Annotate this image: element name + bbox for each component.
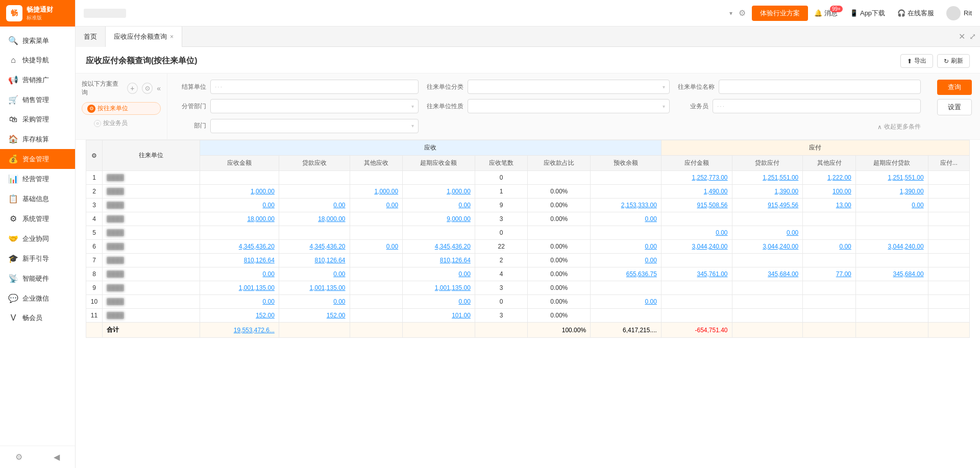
table-cell[interactable]: 1,251,551.00 — [855, 171, 928, 185]
user-area[interactable]: Rit — [946, 6, 972, 20]
sidebar-item-basic-info[interactable]: 📋 基础信息 — [0, 189, 75, 209]
table-cell[interactable]: 1,000.00 — [350, 185, 403, 199]
table-cell[interactable]: 0.00 — [279, 267, 350, 281]
partner-category-input[interactable]: ▾ — [468, 80, 670, 94]
table-cell[interactable]: 915,495.56 — [732, 199, 803, 212]
table-cell[interactable]: 0.00 — [403, 295, 475, 309]
table-cell[interactable]: 13.00 — [803, 199, 856, 212]
partner-nature-input[interactable]: ▾ — [468, 99, 670, 113]
online-service-button[interactable]: 🎧 在线客服 — [897, 9, 934, 18]
filter-collapse-button[interactable]: « — [157, 84, 161, 92]
collapse-more-button[interactable]: ∧ 收起更多条件 — [877, 120, 921, 133]
tab-close-icon[interactable]: × — [170, 33, 174, 40]
table-cell[interactable]: 0.00 — [200, 199, 279, 212]
table-cell[interactable]: 18,000.00 — [279, 212, 350, 226]
sidebar-item-system[interactable]: ⚙ 系统管理 — [0, 209, 75, 229]
sidebar-item-sales[interactable]: 🛒 销售管理 — [0, 90, 75, 110]
table-cell[interactable]: 345,761.00 — [661, 267, 732, 281]
filter-add-button[interactable]: + — [127, 83, 138, 94]
set-button[interactable]: 设置 — [937, 99, 972, 115]
table-cell[interactable]: 1,390.00 — [732, 185, 803, 199]
tab-home[interactable]: 首页 — [76, 27, 106, 47]
table-cell[interactable]: 915,508.56 — [661, 199, 732, 212]
table-cell[interactable]: 0.00 — [661, 226, 732, 240]
solution-button[interactable]: 体验行业方案 — [752, 6, 808, 21]
table-cell[interactable]: 1,000.00 — [200, 185, 279, 199]
sidebar-item-marketing[interactable]: 📢 营销推广 — [0, 70, 75, 90]
table-cell[interactable]: 1,222.00 — [803, 171, 856, 185]
table-cell[interactable]: 0.00 — [591, 212, 662, 226]
table-cell[interactable]: 0.00 — [803, 240, 856, 254]
table-settings-icon[interactable]: ⚙ — [91, 152, 97, 159]
table-cell[interactable]: 4,345,436.20 — [200, 240, 279, 254]
table-cell[interactable]: 0.00 — [855, 199, 928, 212]
tab-query[interactable]: 应收应付余额查询 × — [106, 27, 182, 47]
table-cell[interactable]: 0.00 — [591, 240, 662, 254]
table-cell[interactable]: 0.00 — [403, 267, 475, 281]
table-cell[interactable]: 0.00 — [350, 199, 403, 212]
collapse-sidebar-icon[interactable]: ◀ — [54, 452, 60, 462]
table-cell[interactable]: 1,390.00 — [855, 185, 928, 199]
filter-settings-button[interactable]: ⊙ — [142, 83, 153, 94]
sidebar-item-quick-nav[interactable]: ⌂ 快捷导航 — [0, 51, 75, 70]
table-cell[interactable]: 152.00 — [200, 309, 279, 323]
sidebar-item-search-menu[interactable]: 🔍 搜索菜单 — [0, 31, 75, 51]
table-cell[interactable]: 0.00 — [350, 240, 403, 254]
table-cell[interactable]: 100.00 — [803, 185, 856, 199]
sidebar-item-member[interactable]: V 畅会员 — [0, 308, 75, 328]
table-cell[interactable]: 3,044,240.00 — [855, 240, 928, 254]
sidebar-item-smart-hw[interactable]: 📡 智能硬件 — [0, 268, 75, 288]
department-input[interactable]: ▾ — [210, 99, 419, 113]
salesman-input[interactable]: ··· — [713, 99, 921, 113]
refresh-button[interactable]: ↻ 刷新 — [937, 54, 970, 68]
table-cell[interactable]: 77.00 — [803, 267, 856, 281]
table-cell[interactable]: 810,126.64 — [200, 254, 279, 267]
notifications-button[interactable]: 🔔 消息 99+ — [814, 9, 838, 18]
table-cell[interactable]: 1,251,551.00 — [732, 171, 803, 185]
table-cell[interactable]: 2,153,333.00 — [591, 199, 662, 212]
table-cell[interactable]: 345,684.00 — [855, 267, 928, 281]
table-cell[interactable]: 655,636.75 — [591, 267, 662, 281]
gear-icon[interactable]: ⚙ — [739, 8, 746, 18]
table-cell[interactable]: 0.00 — [200, 267, 279, 281]
scheme-partner-tag[interactable]: ⚙ 按往来单位 — [82, 102, 161, 115]
dropdown-arrow-icon[interactable]: ▾ — [729, 10, 732, 17]
close-window-icon[interactable]: ✕ — [959, 32, 965, 41]
table-cell[interactable]: 0.00 — [200, 295, 279, 309]
sidebar-item-beginner[interactable]: 🎓 新手引导 — [0, 249, 75, 268]
table-cell[interactable]: 3,044,240.00 — [661, 240, 732, 254]
sidebar-item-inventory[interactable]: 🏠 库存核算 — [0, 129, 75, 149]
table-cell[interactable]: 0.00 — [591, 295, 662, 309]
table-cell[interactable]: 810,126.64 — [403, 254, 475, 267]
table-cell[interactable]: 0.00 — [279, 295, 350, 309]
table-cell[interactable]: 810,126.64 — [279, 254, 350, 267]
table-cell[interactable]: 4,345,436.20 — [279, 240, 350, 254]
sidebar-item-operations[interactable]: 📊 经营管理 — [0, 169, 75, 189]
export-button[interactable]: ⬆ 导出 — [900, 54, 933, 68]
maximize-window-icon[interactable]: ⤢ — [969, 32, 976, 41]
settlement-unit-input[interactable]: ··· — [210, 80, 419, 94]
table-cell[interactable]: 0.00 — [279, 199, 350, 212]
app-download-button[interactable]: 📱 App下载 — [850, 9, 885, 18]
partner-name-input[interactable] — [719, 80, 921, 94]
table-cell[interactable]: 0.00 — [403, 199, 475, 212]
table-cell[interactable]: 0.00 — [591, 254, 662, 267]
scheme-salesman-tag[interactable]: ○ 按业务员 — [94, 119, 161, 128]
table-cell[interactable]: 3,044,240.00 — [732, 240, 803, 254]
table-cell[interactable]: 18,000.00 — [200, 212, 279, 226]
table-cell[interactable]: 345,684.00 — [732, 267, 803, 281]
table-cell[interactable]: 1,000.00 — [403, 185, 475, 199]
table-cell[interactable]: 9,000.00 — [403, 212, 475, 226]
table-cell[interactable]: 1,252,773.00 — [661, 171, 732, 185]
table-cell[interactable]: 1,001,135.00 — [200, 281, 279, 295]
query-button[interactable]: 查询 — [937, 80, 972, 95]
table-cell[interactable]: 1,490.00 — [661, 185, 732, 199]
sidebar-item-wechat[interactable]: 💬 企业微信 — [0, 288, 75, 308]
table-cell[interactable]: 4,345,436.20 — [403, 240, 475, 254]
sidebar-item-enterprise[interactable]: 🤝 企业协同 — [0, 229, 75, 249]
table-cell[interactable]: 101.00 — [403, 309, 475, 323]
dept-input[interactable]: ▾ — [210, 119, 419, 133]
table-cell[interactable]: 1,001,135.00 — [279, 281, 350, 295]
settings-bottom-icon[interactable]: ⚙ — [15, 452, 22, 462]
table-cell[interactable]: 1,001,135.00 — [403, 281, 475, 295]
